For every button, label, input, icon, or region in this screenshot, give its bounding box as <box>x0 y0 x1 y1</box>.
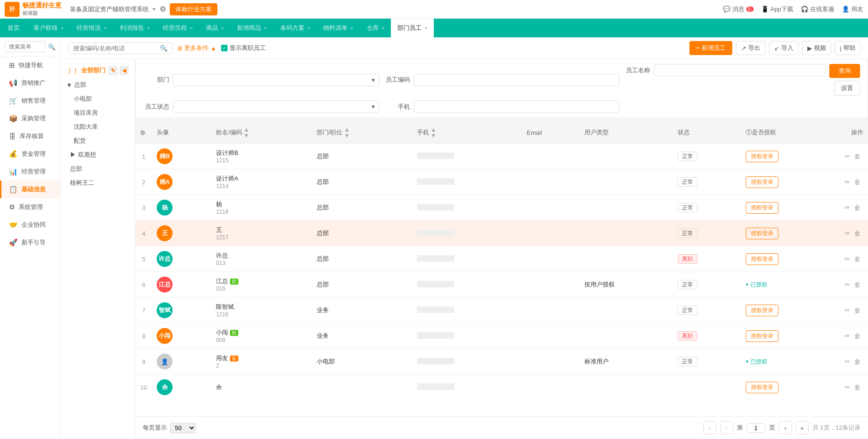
page-size-select[interactable]: 50 100 <box>170 423 196 433</box>
first-page-btn[interactable]: « <box>703 421 716 434</box>
gear-button[interactable]: ⚙ <box>160 5 166 14</box>
sidebar-item-guide[interactable]: 🚀 新手引导 <box>0 234 60 251</box>
dept-header[interactable]: ⋮⋮ 全部部门 ✎ ◀ <box>61 63 135 78</box>
delete-icon[interactable]: 🗑 <box>854 307 861 314</box>
tab-barcode[interactable]: 条码方案 × <box>274 19 317 37</box>
auth-btn[interactable]: 授权登录 <box>746 202 778 214</box>
import-button[interactable]: ↙ 导入 <box>769 41 799 55</box>
sidebar-search-input[interactable] <box>5 41 45 52</box>
dept-item-head[interactable]: 总部 <box>61 162 135 176</box>
trial-button[interactable]: 体验行业方案 <box>170 3 217 15</box>
delete-icon[interactable]: 🗑 <box>854 383 861 391</box>
view-button[interactable]: ▶ 视频 <box>802 41 831 55</box>
tab-material[interactable]: 物料清单 × <box>317 19 360 37</box>
sidebar-item-operations[interactable]: 📊 经营管理 <box>0 163 60 181</box>
filter-emp-code-input[interactable] <box>414 74 620 86</box>
edit-icon[interactable]: ✏ <box>845 230 850 237</box>
search-input[interactable] <box>73 45 157 52</box>
prev-page-btn[interactable]: ‹ <box>720 421 733 434</box>
dept-item-distribution[interactable]: 配货 <box>61 134 135 148</box>
last-page-btn[interactable]: » <box>796 421 809 434</box>
sidebar-item-purchase[interactable]: 📦 采购管理 <box>0 110 60 127</box>
auth-btn[interactable]: 授权登录 <box>746 382 778 393</box>
auth-btn[interactable]: 授权登录 <box>746 151 778 162</box>
auth-btn[interactable]: 授权登录 <box>746 228 778 239</box>
close-dept-icon[interactable]: × <box>424 25 427 31</box>
auth-btn[interactable]: 授权登录 <box>746 176 778 188</box>
filter-emp-name-input[interactable] <box>654 64 826 77</box>
next-page-btn[interactable]: › <box>779 421 792 434</box>
edit-icon[interactable]: ✏ <box>845 153 850 160</box>
delete-icon[interactable]: 🗑 <box>854 230 861 237</box>
dept-edit-icon[interactable]: ✎ <box>108 66 118 75</box>
sidebar-item-quick-nav[interactable]: ⊞ 快捷导航 <box>0 56 60 74</box>
dept-item-shuanglu[interactable]: ▶ 双鹿想 <box>61 148 135 162</box>
tab-goods[interactable]: 商品 × <box>200 19 230 37</box>
tab-operation[interactable]: 经营情况 × <box>70 19 113 37</box>
close-new-goods-icon[interactable]: × <box>264 25 267 31</box>
th-dept-position[interactable]: 部门/职位 ▲▼ <box>312 122 412 144</box>
sidebar-item-inventory[interactable]: 🗄 库存核算 <box>0 127 60 145</box>
delete-icon[interactable]: 🗑 <box>854 153 861 160</box>
messages-btn[interactable]: 💬 消息 5 <box>723 5 754 14</box>
dept-item-small-elec[interactable]: 小电部 <box>61 92 135 106</box>
tab-home[interactable]: 首页 <box>0 19 27 37</box>
auth-btn[interactable]: 授权登录 <box>746 253 778 265</box>
auth-btn[interactable]: 授权登录 <box>746 305 778 316</box>
more-filter-btn[interactable]: ⊞ 更多条件 ▲ <box>177 44 216 52</box>
close-barcode-icon[interactable]: × <box>307 25 310 31</box>
close-operation-icon[interactable]: × <box>104 25 106 31</box>
dept-item-shenyang[interactable]: 沈阳大库 <box>61 120 135 134</box>
delete-icon[interactable]: 🗑 <box>854 255 861 263</box>
tab-profit[interactable]: 利润报告 × <box>113 19 156 37</box>
export-button[interactable]: ↗ 导出 <box>736 41 765 55</box>
tab-new-goods[interactable]: 新增商品 × <box>230 19 273 37</box>
dropdown-arrow-icon[interactable]: ▾ <box>153 6 156 13</box>
help-button[interactable]: | 帮助 <box>835 41 861 55</box>
filter-status-select[interactable]: ▾ <box>173 100 379 113</box>
sidebar-item-basic-info[interactable]: 📋 基础信息 <box>0 181 60 198</box>
th-phone[interactable]: 手机 ▲▼ <box>412 122 522 144</box>
dept-item-project-store[interactable]: 项目库房 <box>61 106 135 120</box>
tab-warehouse[interactable]: 仓库 × <box>360 19 391 37</box>
edit-icon[interactable]: ✏ <box>845 255 850 263</box>
filter-phone-input[interactable] <box>414 100 620 113</box>
edit-icon[interactable]: ✏ <box>845 204 850 211</box>
tab-dept-employee[interactable]: 部门员工 × <box>391 19 434 37</box>
dept-item-headquarters[interactable]: ▼ 总部 <box>61 78 135 92</box>
edit-icon[interactable]: ✏ <box>845 307 850 314</box>
query-button[interactable]: 查询 <box>829 64 860 78</box>
edit-icon[interactable]: ✏ <box>845 358 850 365</box>
user-avatar[interactable]: 👤 用友 <box>842 5 863 14</box>
auth-btn[interactable]: 授权登录 <box>746 330 778 342</box>
delete-icon[interactable]: 🗑 <box>854 281 861 288</box>
edit-icon[interactable]: ✏ <box>845 332 850 340</box>
tab-history[interactable]: 经营历程 × <box>156 19 199 37</box>
tab-customer[interactable]: 客户联络 × <box>27 19 70 37</box>
delete-icon[interactable]: 🗑 <box>854 204 861 211</box>
edit-icon[interactable]: ✏ <box>845 383 850 391</box>
sidebar-item-marketing[interactable]: 📢 营销推广 <box>0 74 60 92</box>
show-resigned-toggle[interactable]: ✓ 显示离职员工 <box>221 44 266 52</box>
sidebar-item-corp[interactable]: 🤝 企业协同 <box>0 216 60 234</box>
show-resigned-checkbox[interactable]: ✓ <box>221 45 228 51</box>
edit-icon[interactable]: ✏ <box>845 281 850 288</box>
close-profit-icon[interactable]: × <box>147 25 150 31</box>
dept-item-plant-king[interactable]: 植树王二 <box>61 176 135 190</box>
close-warehouse-icon[interactable]: × <box>382 25 384 31</box>
delete-icon[interactable]: 🗑 <box>854 358 861 365</box>
close-customer-icon[interactable]: × <box>61 25 63 31</box>
delete-icon[interactable]: 🗑 <box>854 178 861 186</box>
online-service-btn[interactable]: 🎧 在线客服 <box>801 5 834 14</box>
set-button[interactable]: 设置 <box>834 81 860 96</box>
dept-collapse-icon[interactable]: ◀ <box>119 66 129 75</box>
delete-icon[interactable]: 🗑 <box>854 332 861 340</box>
close-goods-icon[interactable]: × <box>221 25 224 31</box>
sidebar-item-system[interactable]: ⚙ 系统管理 <box>0 198 60 216</box>
col-settings-icon[interactable]: ⚙ <box>140 129 146 136</box>
close-history-icon[interactable]: × <box>190 25 193 31</box>
filter-dept-select[interactable]: ▾ <box>173 74 379 86</box>
app-download-btn[interactable]: 📱 App下载 <box>761 5 793 14</box>
th-name-code[interactable]: 姓名/编码 ▲▼ <box>211 122 312 144</box>
edit-icon[interactable]: ✏ <box>845 178 850 186</box>
